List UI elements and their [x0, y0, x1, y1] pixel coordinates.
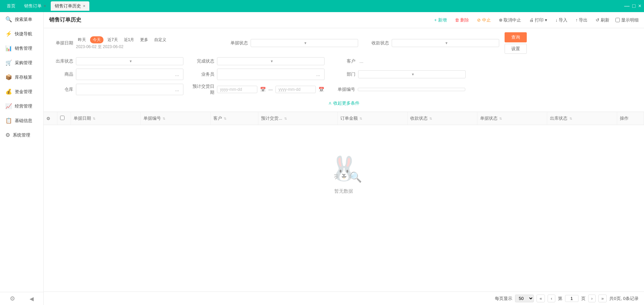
table-header-row: ⚙ 单据日期 ⇅ 单据编号 ⇅ 客户 ⇅ — [44, 112, 644, 125]
sidebar: 🔍 搜索菜单 ⚡ 快捷导航 📊 销售管理 🛒 采购管理 📦 库存核算 💰 资金管… — [0, 12, 44, 305]
dept-select[interactable]: ▾ — [358, 70, 466, 78]
sidebar-bottom: ⚙ ◀ — [0, 292, 43, 305]
sidebar-item-search[interactable]: 🔍 搜索菜单 — [0, 12, 43, 27]
table-body: 🐰 🔍 暂无数据 — [44, 125, 644, 208]
sidebar-label-sales: 销售管理 — [15, 45, 32, 51]
col-out-status[interactable]: 出库状态 ⇅ — [547, 112, 617, 125]
prev-page-btn[interactable]: ‹ — [548, 295, 555, 302]
cal-to-icon[interactable]: 📅 — [318, 87, 324, 92]
sidebar-item-operations[interactable]: 📈 经营管理 — [0, 99, 43, 113]
more-btn[interactable]: 更多 — [138, 36, 150, 43]
minimize-btn[interactable]: — — [624, 3, 630, 9]
sidebar-label-operations: 经营管理 — [15, 103, 32, 109]
collapse-bar[interactable]: ∧ 收起更多条件 — [49, 99, 639, 108]
select-all-checkbox[interactable] — [60, 116, 65, 120]
sidebar-item-sys-mgmt[interactable]: ⚙ 系统管理 — [0, 128, 43, 142]
dept-arrow-icon: ▾ — [412, 72, 463, 77]
col-payment-status[interactable]: 收款状态 ⇅ — [407, 112, 477, 125]
salesperson-label: 业务员 — [190, 71, 217, 77]
new-btn[interactable]: + 新增 — [432, 16, 448, 25]
cancel-stop-btn[interactable]: ⊗ 取消中止 — [497, 16, 523, 25]
col-date[interactable]: 单据日期 ⇅ — [71, 112, 140, 125]
doc-status-arrow-icon: ▾ — [304, 41, 355, 45]
total-label: 共0页, 0条记录 — [609, 296, 639, 302]
refresh-btn[interactable]: ↺ 刷新 — [594, 16, 611, 25]
product-label: 商品 — [49, 71, 76, 77]
salesperson-dots-icon[interactable]: ... — [315, 70, 321, 78]
sidebar-item-sales[interactable]: 📊 销售管理 — [0, 41, 43, 55]
setting-btn[interactable]: 设置 — [505, 44, 527, 54]
expected-date-to[interactable]: yyyy-mm-dd — [275, 86, 316, 93]
col-doc-status[interactable]: 单据状态 ⇅ — [477, 112, 547, 125]
sidebar-label-finance: 资金管理 — [15, 89, 32, 95]
last7-btn[interactable]: 近7天 — [105, 36, 120, 43]
print-btn[interactable]: 🖨 打印 ▾ — [527, 16, 550, 25]
sidebar-item-basic-info[interactable]: 📋 基础信息 — [0, 113, 43, 128]
sort-date-icon: ⇅ — [93, 117, 95, 120]
stop-btn[interactable]: ⊘ 中止 — [475, 16, 493, 25]
sidebar-label-search: 搜索菜单 — [15, 16, 32, 23]
today-btn[interactable]: 今天 — [90, 36, 103, 43]
product-dots-icon[interactable]: ... — [174, 70, 180, 78]
col-customer[interactable]: 客户 ⇅ — [210, 112, 258, 125]
sidebar-item-inventory[interactable]: 📦 库存核算 — [0, 70, 43, 84]
sort-expected-icon: ⇅ — [284, 117, 287, 120]
query-btn[interactable]: 查询 — [505, 32, 527, 42]
yesterday-btn[interactable]: 昨天 — [76, 36, 88, 43]
close-sales-order-tab[interactable]: × — [44, 4, 46, 8]
close-btn[interactable]: × — [638, 3, 641, 9]
payment-status-select[interactable]: ▾ — [392, 39, 499, 47]
display-detail-label: 显示明细 — [621, 17, 639, 23]
import-btn[interactable]: ↓ 导入 — [553, 16, 569, 25]
tab-sales-order-history[interactable]: 销售订单历史 × — [51, 1, 89, 11]
delete-btn[interactable]: 🗑 删除 — [453, 16, 471, 25]
customer-dots-icon[interactable]: ... — [358, 57, 365, 65]
sidebar-item-quick-nav[interactable]: ⚡ 快捷导航 — [0, 27, 43, 41]
filter-area: 单据日期 昨天 今天 近7天 近1月 更多 自定义 2023-06-02 至 2… — [44, 28, 644, 112]
warehouse-label: 仓库 — [49, 86, 76, 92]
sidebar-item-purchase[interactable]: 🛒 采购管理 — [0, 55, 43, 70]
page-size-select[interactable]: 50 10 20 100 — [515, 295, 534, 302]
content-area: 销售订单历史 + 新增 🗑 删除 ⊘ 中止 ⊗ 取消中止 🖨 打印 ▾ — [44, 12, 644, 305]
tab-home[interactable]: 首页 — [3, 1, 19, 11]
col-checkbox[interactable] — [57, 112, 71, 125]
date-range-display: 2023-06-02 至 2023-06-02 — [76, 44, 204, 50]
inventory-icon: 📦 — [5, 74, 12, 80]
expected-date-from[interactable]: yyyy-mm-dd — [217, 86, 257, 93]
next-page-btn[interactable]: › — [588, 295, 596, 302]
page-number-input[interactable] — [565, 295, 578, 302]
sidebar-collapse-icon[interactable]: ◀ — [30, 296, 34, 302]
display-detail-checkbox[interactable]: 显示明细 — [615, 17, 639, 23]
display-detail-input[interactable] — [615, 18, 620, 22]
custom-btn[interactable]: 自定义 — [152, 36, 168, 43]
complete-status-select[interactable]: ▾ — [217, 57, 325, 65]
first-page-btn[interactable]: « — [536, 295, 545, 302]
sort-payment-icon: ⇅ — [429, 117, 432, 120]
date-shortcuts: 昨天 今天 近7天 近1月 更多 自定义 — [76, 36, 204, 43]
out-status-label: 出库状态 — [49, 58, 76, 64]
page-label-pre: 第 — [558, 296, 562, 302]
out-status-select[interactable]: ▾ — [76, 57, 183, 65]
doc-status-select[interactable]: ▾ — [251, 39, 358, 47]
col-settings[interactable]: ⚙ — [44, 112, 57, 125]
main-layout: 🔍 搜索菜单 ⚡ 快捷导航 📊 销售管理 🛒 采购管理 📦 库存核算 💰 资金管… — [0, 12, 644, 305]
date-to-placeholder: yyyy-mm-dd — [278, 87, 300, 92]
tab-sales-order[interactable]: 销售订单 × — [20, 1, 50, 11]
warehouse-dots-icon[interactable]: ... — [174, 85, 180, 93]
cal-from-icon[interactable]: 📅 — [260, 87, 266, 92]
operations-icon: 📈 — [5, 103, 12, 109]
maximize-btn[interactable]: □ — [632, 3, 636, 9]
window-controls: — □ × — [624, 3, 641, 9]
last-page-btn[interactable]: » — [598, 295, 607, 302]
col-number[interactable]: 单据编号 ⇅ — [140, 112, 210, 125]
col-amount[interactable]: 订单金额 ⇅ — [337, 112, 407, 125]
sys-mgmt-icon: ⚙ — [5, 132, 10, 138]
export-btn[interactable]: ↑ 导出 — [573, 16, 590, 25]
sidebar-settings-icon[interactable]: ⚙ — [10, 295, 15, 302]
filter-row-2: 出库状态 ▾ 完成状态 ▾ 客户 ... — [49, 57, 639, 65]
table-area: ⚙ 单据日期 ⇅ 单据编号 ⇅ 客户 ⇅ — [44, 112, 644, 292]
col-expected-date[interactable]: 预计交货... ⇅ — [258, 112, 337, 125]
sidebar-item-finance[interactable]: 💰 资金管理 — [0, 84, 43, 99]
last1m-btn[interactable]: 近1月 — [122, 36, 136, 43]
close-history-tab[interactable]: × — [83, 4, 85, 8]
